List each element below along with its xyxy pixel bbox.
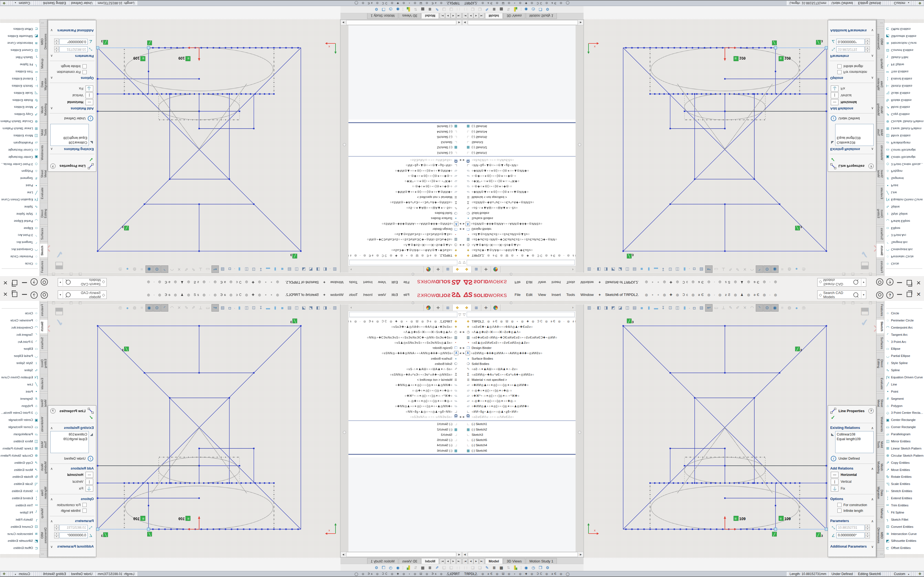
flyout-item-offset-entities[interactable]: ⊏Offset Entities — [884, 26, 924, 33]
toolbar-icon[interactable]: ↩ — [705, 304, 712, 311]
tab-model[interactable]: Model — [421, 558, 439, 564]
toolbar-icon[interactable]: ▮ — [236, 266, 243, 273]
tree-row[interactable]: ▶A○ƨƧИИ◎∘✚А✚◎ИИА○∘○АИИ◎✚А✚∘◎ИИƧƨ○ — [349, 221, 462, 226]
flyout-item-offset-entities[interactable]: ⊏Offset Entities — [0, 544, 40, 551]
toolbar-icon[interactable]: ⊡ — [667, 266, 674, 273]
toolbar-icon[interactable]: ✐ — [734, 305, 741, 311]
page-icon[interactable]: ❏ — [441, 7, 448, 11]
checkbox[interactable] — [837, 509, 842, 513]
flyout-item-polygon[interactable]: ⌂Polygon — [0, 168, 40, 175]
flyout-item-corner-rectangle[interactable]: ▭Corner Rectangle — [884, 147, 924, 153]
flyout-item-rotate-entities[interactable]: ↻Rotate Entities — [884, 97, 924, 104]
toolbar-icon[interactable]: ◉ — [771, 304, 779, 311]
tab-nav-icon[interactable]: ▶ — [445, 559, 451, 564]
tab-sheet-metal[interactable]: Sheet Metal — [876, 163, 884, 184]
ghost-ok-icon[interactable]: ✔ — [860, 248, 869, 261]
flyout-item-perimeter-circle[interactable]: ◌Perimeter Circle — [884, 253, 924, 260]
toolbar-icon[interactable]: ✕ — [176, 266, 183, 273]
arrows-icon[interactable]: ⇅ — [412, 7, 419, 11]
tab-motion-study-1[interactable]: Motion Study 1 — [526, 558, 557, 564]
expand-icon[interactable]: ∨ — [50, 28, 53, 32]
relation-tag[interactable]: ╱ 3 — [627, 319, 633, 324]
tree-row-sketch[interactable]: ▦(-) Sketch2 — [349, 427, 462, 432]
tree-row[interactable]: ❍Solid Bodies — [462, 211, 575, 216]
toolbar-icon[interactable]: ▬ — [653, 266, 659, 273]
toolbar-icon[interactable]: ✕ — [176, 305, 183, 311]
scroll-left-icon[interactable]: ◀ — [462, 21, 467, 24]
tab-weldments[interactable]: Weldments — [876, 414, 884, 434]
flyout-item-stretch-entities[interactable]: ⊢Stretch Entities — [0, 82, 40, 90]
toolbar-icon[interactable]: ▤ — [286, 305, 293, 311]
tree-row-sketch[interactable]: ▦(-) Sketch2 — [462, 145, 575, 150]
tab-evaluate[interactable]: Evaluate — [876, 185, 884, 201]
checkbox[interactable] — [837, 64, 842, 68]
menu-item-window[interactable]: Window — [328, 291, 346, 298]
tree-row[interactable]: ▱○∙◎✚∘○✶◎[○∘○]◎✶○∘✚◎∙○ — [462, 173, 575, 179]
search-input[interactable]: ◇ Search CAD Models ▼ — [817, 278, 866, 287]
tab-nav-icon[interactable]: ▶| — [479, 559, 484, 564]
restore-button[interactable] — [12, 292, 17, 297]
tab-sheet-metal[interactable]: Sheet Metal — [876, 393, 884, 414]
flyout-item-move-entities[interactable]: ↗Move Entities — [0, 466, 40, 474]
fm-expand-icon[interactable]: › — [349, 305, 354, 311]
flyout-item-point[interactable]: ▪Point — [884, 182, 924, 189]
flyout-item-spline[interactable]: ∿Spline — [884, 366, 924, 374]
flyout-item-equation-driven-curve[interactable]: ƒxEquation Driven Curve — [0, 196, 40, 203]
endpoint-handle[interactable] — [147, 528, 150, 530]
flyout-item-trim-entities[interactable]: ✂Trim Entities — [0, 502, 40, 509]
toolbar-icon[interactable]: ▮ — [272, 266, 279, 273]
flyout-item-spline[interactable]: ∿Spline — [0, 203, 40, 211]
relation-tag[interactable]: ╱ 3 — [795, 347, 802, 352]
tree-row[interactable]: ▶A○ƨƧИИ◎∘✚А✚◎ИИА○∘○АИИ◎✚А✚∘◎ИИƧƨ○ — [462, 351, 575, 356]
tree-row[interactable]: ▱○✚ИИ◎♟∘○✶◎[○∘○]◎✶○∘♟◎ИИ✚○ — [462, 168, 575, 173]
toolbar-icon[interactable]: ▥ — [586, 266, 593, 273]
relation-tag[interactable]: ╱ 3 — [627, 253, 633, 258]
tree-row[interactable]: ∟○ИИ∘ƃϱ∘♟◎○∘○◎♟∘ϱƃ∘ИИ○ — [462, 409, 575, 414]
endpoint-handle[interactable] — [825, 528, 828, 530]
user-account-icon[interactable] — [876, 278, 883, 285]
parameter-input[interactable]: 0.00000000° — [836, 39, 864, 45]
tree-row[interactable]: ▱○∙◎✚○✶◎[○∘○]◎✶○✚◎∙○ — [349, 184, 462, 189]
tab-data-migration[interactable]: Data Migration — [876, 481, 884, 505]
add-relation-vertical[interactable]: ❘Vertical — [831, 92, 874, 98]
tree-row[interactable]: ▶◷○Λ♟◎✚ƨƧ∘Ж○∘○Ж∘Ƨƨ✚◎♟Λ○ — [349, 242, 462, 248]
toolbar-icon[interactable]: ⌗ — [138, 305, 145, 311]
tree-root-row[interactable]: ❖TЯPDL2.◎ ǝЄ ◎ Ш ◎ ∘ ◎ ✚ ◎ ƆC ◎ ǝЄ ◎ ∙ ◎… — [349, 253, 462, 258]
restore-button[interactable] — [907, 280, 912, 285]
toolbar-icon[interactable]: ▨ — [219, 305, 226, 311]
flyout-item-intersection-curve[interactable]: ≋Intersection Curve — [0, 40, 40, 47]
flyout-item-convert-entities[interactable]: ⊡Convert Entities — [0, 523, 40, 530]
tab-nav-icon[interactable]: ▶ — [473, 13, 479, 18]
lines-icon[interactable]: ≣ — [491, 566, 498, 570]
toolbar-icon[interactable]: ⊙ — [763, 304, 771, 311]
fm-tab-2[interactable]: ✛ — [433, 305, 443, 311]
camera-icon[interactable]: ◉ — [394, 7, 402, 11]
fm-expand-icon[interactable]: › — [349, 266, 354, 272]
toolbar-icon[interactable]: ◍ — [131, 305, 138, 311]
flyout-item-stretch-entities[interactable]: ⊢Stretch Entities — [884, 82, 924, 90]
add-relation-fix[interactable]: ⚓Fix — [50, 485, 93, 492]
flyout-item-center-rectangle[interactable]: ▣Center Rectangle — [0, 416, 40, 424]
tree-row[interactable]: ≣Material < not specified > — [462, 195, 575, 200]
quick-access-toolbar[interactable]: ◎ ∘ ∘ ◎ ✚ ◎ Ɔc ◎ ǝЄ ◎ ∙ ◎ ƨƧ ◎ ♟ ◎ ǝЄ ◎ … — [645, 280, 777, 284]
toolbar-icon[interactable]: ⌗ — [138, 266, 145, 273]
add-relation-vertical[interactable]: ❘Vertical — [50, 479, 93, 485]
fm-tab-display-manager[interactable] — [491, 266, 501, 272]
drag-handle[interactable]: ⋮⋮ — [463, 8, 468, 11]
menu-item-edit[interactable]: Edit — [523, 279, 535, 286]
ghost-ok-icon[interactable]: ✔ — [860, 316, 869, 329]
tab--[interactable]: ⋮ — [40, 550, 48, 558]
flyout-item-scale-entities[interactable]: ◹Scale Entities — [884, 480, 924, 487]
restore-button[interactable] — [907, 292, 912, 297]
flyout-item-segment[interactable]: #Segment — [884, 175, 924, 182]
toolbar-icon[interactable]: ↧ — [257, 266, 264, 273]
toolbar-icon[interactable]: ▬ — [265, 305, 271, 311]
flyout-item-perimeter-circle[interactable]: ◌Perimeter Circle — [884, 317, 924, 324]
tab-motion-study-1[interactable]: Motion Study 1 — [526, 13, 557, 19]
flyout-item-move-entities[interactable]: ↗Move Entities — [884, 466, 924, 474]
toolbar-icon[interactable]: ◨ — [603, 305, 609, 311]
search-dropdown-icon[interactable]: ▼ — [58, 279, 63, 286]
equal-relation-tag[interactable]: = 109 — [178, 516, 190, 521]
flyout-item-move-entities[interactable]: ↗Move Entities — [884, 104, 924, 111]
dock-handle[interactable] — [412, 273, 414, 275]
